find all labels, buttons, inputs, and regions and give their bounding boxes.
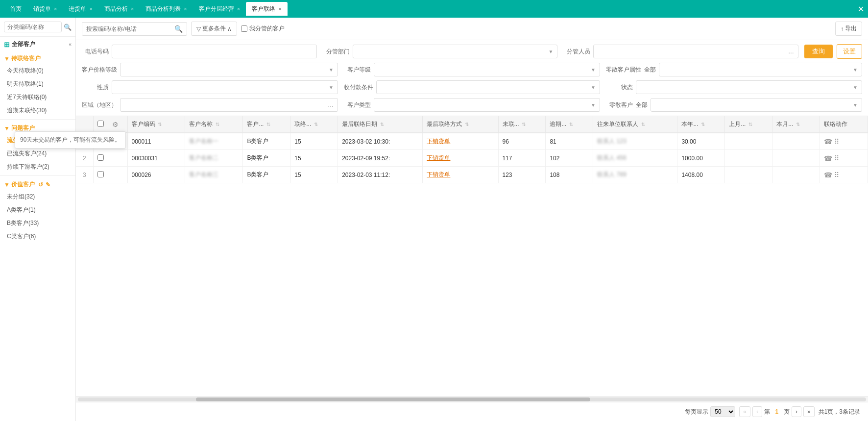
tab-sales[interactable]: 销货单 × [27,2,63,16]
sidebar-item-overdue[interactable]: 逾期未联络(30) [0,104,75,117]
more-actions-icon-2[interactable]: ⠿ [834,154,839,162]
tab-analysis-list-close[interactable]: × [184,6,187,12]
tab-customer-contact[interactable]: 客户联络 × [246,2,287,16]
more-conditions-button[interactable]: ▽ 更多条件 ∧ [191,22,237,36]
sidebar-item-churned[interactable]: 已流失客户(24) [0,147,75,160]
scrollbar-thumb[interactable] [196,397,590,401]
sort-type-icon: ⇅ [266,122,270,127]
contact-icon-1[interactable]: ☎ [824,138,832,146]
th-contact-person[interactable]: 往来单位联系人 ⇅ [593,116,677,133]
query-button[interactable]: 查询 [804,45,833,58]
th-type[interactable]: 客户... ⇅ [243,116,290,133]
collapse-icon: « [69,42,72,47]
filter-search-input[interactable] [82,23,170,35]
sort-contact-icon: ⇅ [314,122,318,127]
row-num-2: 2 [76,150,93,167]
contact-icon-2[interactable]: ☎ [824,154,832,162]
manager-select[interactable]: … [593,45,798,58]
my-customers-checkbox-label[interactable]: 我分管的客户 [241,25,285,33]
sidebar-all-customers[interactable]: ⊞ 全部客户 « [0,37,75,52]
tab-analysis[interactable]: 商品分析 × [98,2,140,16]
tab-purchase[interactable]: 进货单 × [63,2,98,16]
status-select[interactable]: ▼ [636,80,862,94]
tab-customer-segment[interactable]: 客户分层经营 × [193,2,246,16]
th-uncontacted[interactable]: 未联... ⇅ [498,116,546,133]
sidebar-item-today[interactable]: 今天待联络(0) [0,64,75,77]
price-level-select[interactable]: ▼ [120,63,338,76]
row-settings-3 [108,167,127,183]
row-settings-2 [108,150,127,167]
th-settings[interactable]: ⚙ [108,116,127,133]
row-checkbox-2[interactable] [93,150,108,167]
tab-analysis-list[interactable]: 商品分析列表 × [140,2,193,16]
scrollbar-track[interactable] [78,397,866,401]
customer-level-select[interactable]: ▼ [374,63,600,76]
select-all-checkbox[interactable] [97,121,104,127]
sidebar-item-class-a[interactable]: A类客户(1) [0,203,75,217]
sidebar-search-icon[interactable]: 🔍 [64,24,72,31]
row-this-year-2: 1000.00 [677,150,725,167]
row-last-way-1[interactable]: 下销货单 [423,133,498,150]
sidebar-item-ungrouped[interactable]: 未分组(32) [0,190,75,203]
scatter-select[interactable]: ▼ [651,98,862,112]
th-last-date[interactable]: 最后联络日期 ⇅ [338,116,423,133]
more-actions-icon-1[interactable]: ⠿ [834,138,839,146]
page-size-dropdown[interactable]: 50 100 200 [710,406,735,417]
tab-analysis-close[interactable]: × [131,6,134,12]
th-contact[interactable]: 联络... ⇅ [290,116,338,133]
sidebar-search-input[interactable] [4,22,62,32]
filter-search-button[interactable]: 🔍 [170,23,187,35]
more-actions-icon-3[interactable]: ⠿ [834,171,839,179]
row-last-way-3[interactable]: 下销货单 [423,167,498,183]
tab-customer-segment-close[interactable]: × [237,6,240,12]
th-this-month[interactable]: 本月... ⇅ [772,116,820,133]
next-page-button[interactable]: › [792,406,801,417]
sidebar-item-declining[interactable]: 持续下滑客户(2) [0,160,75,173]
horizontal-scrollbar[interactable] [76,396,868,402]
row-last-way-2[interactable]: 下销货单 [423,150,498,167]
my-customers-checkbox[interactable] [241,25,247,32]
sidebar-item-class-b[interactable]: B类客户(33) [0,217,75,230]
dept-select[interactable]: ▼ [353,45,558,58]
export-icon: ↑ [841,25,844,32]
row-action-2: ☎ ⠿ [820,150,868,167]
filter-bar: 🔍 ▽ 更多条件 ∧ 我分管的客户 ↑ 导出 [76,18,868,40]
customer-type-select[interactable]: ▼ [374,98,600,112]
status-arrow-icon: ▼ [853,85,858,90]
contact-icon-3[interactable]: ☎ [824,171,832,179]
th-this-year[interactable]: 本年... ⇅ [677,116,725,133]
prev-page-button[interactable]: ‹ [752,406,762,417]
settings-button[interactable]: 设置 [837,44,862,59]
sidebar-group-value[interactable]: ▼ 价值客户 ↺ ✎ [0,178,75,190]
status-label: 状态 [606,83,633,92]
nature-select[interactable]: ▼ [112,80,338,94]
row-uncontacted-3: 123 [498,167,546,183]
first-page-button[interactable]: « [739,406,750,417]
row-this-month-3 [772,167,820,183]
tab-customer-contact-close[interactable]: × [278,6,281,12]
payment-select[interactable]: ▼ [376,80,600,94]
scatter-attr-select[interactable]: ▼ [659,63,862,76]
sidebar-group-pending[interactable]: ▼ 待联络客户 [0,52,75,64]
tab-home[interactable]: 首页 [4,2,27,16]
sidebar-item-7days[interactable]: 近7天待联络(0) [0,91,75,104]
th-name[interactable]: 客户名称 ⇅ [185,116,243,133]
tab-sales-close[interactable]: × [54,6,57,12]
th-overdue[interactable]: 逾期... ⇅ [546,116,593,133]
th-code[interactable]: 客户编码 ⇅ [127,116,185,133]
table-settings-icon[interactable]: ⚙ [112,121,119,128]
close-all-button[interactable]: ✕ [858,4,864,14]
tab-purchase-close[interactable]: × [89,6,92,12]
sidebar-item-tomorrow[interactable]: 明天待联络(1) [0,77,75,91]
row-checkbox-3[interactable] [93,167,108,183]
export-button[interactable]: ↑ 导出 [835,22,862,36]
th-last-month[interactable]: 上月... ⇅ [725,116,772,133]
row-last-date-3: 2023-02-03 11:12: [338,167,423,183]
region-select[interactable]: … [120,98,338,112]
phone-input[interactable] [112,45,317,58]
action-icons-3: ☎ ⠿ [824,171,864,179]
action-icons-1: ☎ ⠿ [824,138,864,146]
last-page-button[interactable]: » [803,406,815,417]
sidebar-item-class-c[interactable]: C类客户(6) [0,230,75,243]
th-last-way[interactable]: 最后联络方式 ⇅ [423,116,498,133]
